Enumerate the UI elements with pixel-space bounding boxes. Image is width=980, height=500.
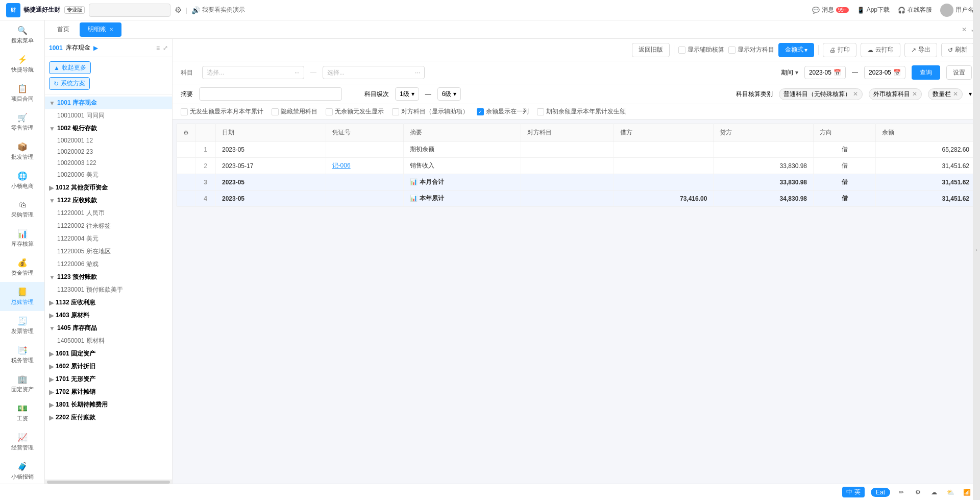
subject-to-input[interactable]: 选择... ··· <box>323 66 425 79</box>
summary-input[interactable] <box>199 87 342 101</box>
tree-item-1701[interactable]: ▶ 1701 无形资产 <box>45 373 172 386</box>
tab-detail[interactable]: 明细账 ✕ <box>80 22 121 37</box>
topbar-search-input[interactable] <box>89 4 170 17</box>
checkbox-balance-col[interactable]: ✓ 余额显示在一列 <box>477 107 529 116</box>
sidebar-item-retail[interactable]: 🛒 零售管理 <box>0 108 44 137</box>
sidebar-item-capital[interactable]: 💰 资金管理 <box>0 253 44 282</box>
level-end-select[interactable]: 6级 ▾ <box>437 87 461 101</box>
export-btn[interactable]: ↗ 导出 <box>904 43 937 57</box>
system-scheme-btn[interactable]: ↻ 系统方案 <box>49 77 90 90</box>
tree-item-10020001[interactable]: 10020001 12 <box>45 135 172 146</box>
chevron-down-icon-4[interactable]: ▾ <box>969 90 972 98</box>
show-aux-checkbox[interactable]: 显示辅助核算 <box>678 45 724 54</box>
tree-item-10020006[interactable]: 10020006 美元 <box>45 169 172 181</box>
date-start-input[interactable]: 2023-05 📅 <box>804 66 846 79</box>
tree-item-1002[interactable]: ▼ 1002 银行存款 <box>45 122 172 135</box>
tag-normal-close[interactable]: ✕ <box>853 90 858 98</box>
return-old-btn[interactable]: 返回旧版 <box>632 43 670 57</box>
cloud-print-btn[interactable]: ☁ 云打印 <box>861 43 900 57</box>
tree-item-11220002[interactable]: 11220002 往来标签 <box>45 220 172 232</box>
tag-quantity[interactable]: 数量栏 ✕ <box>928 88 963 100</box>
expand-more-btn[interactable]: ▲ 收起更多 <box>49 61 91 74</box>
tree-item-11220001[interactable]: 11220001 人民币 <box>45 207 172 220</box>
account-selected[interactable]: 1001 库存现金 ▶ <box>49 43 98 52</box>
period-dropdown[interactable]: ▾ <box>795 69 798 76</box>
sidebar-item-invoice[interactable]: 🧾 发票管理 <box>0 311 44 340</box>
tree-item-10020003[interactable]: 10020003 122 <box>45 157 172 169</box>
sidebar-item-tax[interactable]: 📑 税务管理 <box>0 340 44 369</box>
sidebar-item-project[interactable]: 📋 项目合同 <box>0 79 44 108</box>
level-start-select[interactable]: 1级 ▾ <box>395 87 419 101</box>
tree-item-1405[interactable]: ▼ 1405 库存商品 <box>45 322 172 335</box>
tree-item-1601[interactable]: ▶ 1601 固定资产 <box>45 347 172 360</box>
wifi-icon[interactable]: 📶 <box>962 487 972 497</box>
tab-close-btn[interactable]: ✕ <box>962 26 967 33</box>
query-btn[interactable]: 查询 <box>912 65 940 80</box>
tag-foreign-close[interactable]: ✕ <box>912 90 917 98</box>
tree-item-10010001[interactable]: 10010001 同同同 <box>45 109 172 122</box>
sidebar-item-wholesale[interactable]: 📦 批发管理 <box>0 137 44 166</box>
sidebar-item-operations[interactable]: 📈 经营管理 <box>0 427 44 457</box>
tree-item-11220006[interactable]: 11220006 游戏 <box>45 258 172 271</box>
cloud-icon[interactable]: ☁ <box>929 487 939 497</box>
tab-home[interactable]: 首页 <box>49 22 78 37</box>
tree-item-11230001[interactable]: 11230001 预付账款美于 <box>45 283 172 296</box>
tree-scrollbar[interactable] <box>45 480 172 484</box>
tag-quantity-close[interactable]: ✕ <box>953 90 958 98</box>
sidebar-item-salary[interactable]: 💵 工资 <box>0 398 44 427</box>
checkbox-no-amount[interactable]: 无发生额显示本月本年累计 <box>181 107 263 116</box>
lang-switch-btn[interactable]: 中 英 <box>842 487 865 497</box>
refresh-btn[interactable]: ↺ 刷新 <box>941 43 974 57</box>
tree-toggle-1002[interactable]: ▼ <box>49 125 55 132</box>
checkbox-no-balance[interactable]: 无余额无发生显示 <box>326 107 384 116</box>
subject-input[interactable]: 选择... ··· <box>202 66 304 79</box>
tree-expand-icon[interactable]: ⤢ <box>163 44 168 52</box>
sidebar-item-expense[interactable]: 🧳 小畅报销 <box>0 457 44 484</box>
print-btn[interactable]: 🖨 打印 <box>823 43 856 57</box>
sidebar-item-inventory[interactable]: 📊 库存核算 <box>0 224 44 253</box>
eat-btn[interactable]: Eat <box>871 488 890 497</box>
tree-scrollbar-thumb[interactable] <box>47 481 170 484</box>
calendar-icon-2[interactable]: 📅 <box>893 69 901 76</box>
checkbox-opening[interactable]: 期初余额显示本年累计发生额 <box>537 107 626 116</box>
edit-icon[interactable]: ✏ <box>896 487 906 497</box>
show-counterpart-checkbox[interactable]: 显示对方科目 <box>728 45 774 54</box>
sidebar-item-ledger[interactable]: 📒 总账管理 <box>0 282 44 311</box>
checkbox-hide-disabled[interactable]: 隐藏禁用科目 <box>272 107 317 116</box>
tree-item-1001[interactable]: ▼ 1001 库存现金 <box>45 97 172 109</box>
cloud-icon-2[interactable]: ⛅ <box>945 487 955 497</box>
tree-toggle-1001[interactable]: ▼ <box>49 100 55 107</box>
tree-item-1012[interactable]: ▶ 1012 其他货币资金 <box>45 181 172 194</box>
setting-btn[interactable]: 设置 <box>946 65 972 80</box>
tree-item-10020002[interactable]: 10020002 23 <box>45 146 172 157</box>
sidebar-item-assets[interactable]: 🏢 固定资产 <box>0 369 44 398</box>
message-btn[interactable]: 💬 消息 99+ <box>812 6 849 14</box>
calendar-icon[interactable]: 📅 <box>834 69 841 76</box>
tree-item-1132[interactable]: ▶ 1132 应收利息 <box>45 296 172 309</box>
tree-item-11220005[interactable]: 11220005 所在地区 <box>45 245 172 258</box>
amount-mode-btn[interactable]: 金额式 ▾ <box>778 43 814 57</box>
tree-item-2202[interactable]: ▶ 2202 应付账款 <box>45 411 172 424</box>
tree-item-1122[interactable]: ▼ 1122 应收账款 <box>45 194 172 207</box>
tree-item-1403[interactable]: ▶ 1403 原材料 <box>45 309 172 322</box>
sidebar-item-ecommerce[interactable]: 🌐 小畅电商 <box>0 166 44 195</box>
settings-icon-2[interactable]: ⚙ <box>913 487 923 497</box>
tree-item-1602[interactable]: ▶ 1602 累计折旧 <box>45 360 172 373</box>
cell-voucher-2[interactable]: 记-006 <box>326 158 403 174</box>
th-settings[interactable]: ⚙ <box>177 124 195 141</box>
tree-item-14050001[interactable]: 14050001 原材料 <box>45 335 172 347</box>
checkbox-counterpart[interactable]: 对方科目（显示辅助项） <box>392 107 469 116</box>
tree-item-11220004[interactable]: 11220004 美元 <box>45 232 172 245</box>
sidebar-item-search[interactable]: 🔍 搜索菜单 <box>0 20 44 50</box>
demo-link[interactable]: 🔊 我要看实例演示 <box>191 6 245 14</box>
app-download-btn[interactable]: 📱 App下载 <box>857 6 890 14</box>
side-collapse-btn[interactable]: › <box>973 39 980 484</box>
tag-foreign[interactable]: 外币核算科目 ✕ <box>869 88 922 100</box>
tree-list-icon[interactable]: ≡ <box>156 44 160 52</box>
tree-item-1801[interactable]: ▶ 1801 长期待摊费用 <box>45 398 172 411</box>
tree-item-1123[interactable]: ▼ 1123 预付账款 <box>45 271 172 283</box>
tab-close-icon[interactable]: ✕ <box>109 27 113 32</box>
user-area[interactable]: 用户名 <box>940 4 974 17</box>
settings-icon[interactable]: ⚙ <box>175 5 182 15</box>
subject-more-icon[interactable]: ··· <box>295 69 300 76</box>
